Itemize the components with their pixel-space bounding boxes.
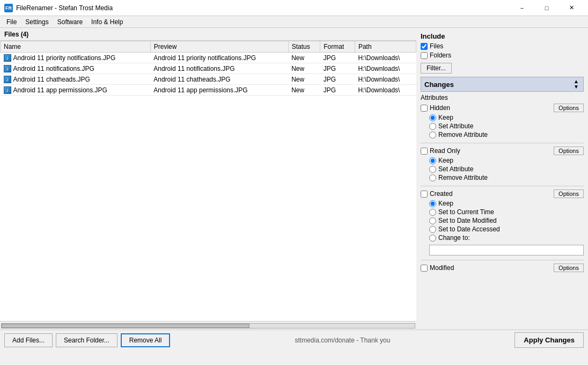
created-date-modified-label: Set to Date Modified [438,217,497,224]
cell-path: H:\Downloads\ [355,53,416,63]
hscroll-track [1,323,415,328]
created-date-modified-radio[interactable] [429,217,436,224]
folders-checkbox[interactable] [421,52,428,59]
menu-info-help[interactable]: Info & Help [87,17,127,27]
readonly-keep-label: Keep [438,157,453,164]
cell-preview: Android 11 notifications.JPG [150,63,288,74]
close-button[interactable]: ✕ [559,0,584,16]
table-row[interactable]: J Android 11 app permissions.JPG Android… [1,85,416,96]
table-row[interactable]: J Android 11 priority notifications.JPG … [1,53,416,63]
cell-name: J Android 11 chatheads.JPG [1,74,151,85]
readonly-keep-radio[interactable] [429,157,436,164]
hidden-options-btn[interactable]: Options [554,104,584,112]
created-date-input[interactable]: 6/16/2020 4:50:17 [429,245,584,256]
files-checkbox[interactable] [421,43,428,50]
menu-file[interactable]: File [2,17,21,27]
horizontal-scrollbar[interactable] [0,321,416,330]
readonly-attr-label: Read Only [421,147,460,155]
readonly-checkbox[interactable] [421,148,428,155]
file-icon: J [4,76,11,83]
changes-header: Changes ▲ ▼ [421,77,584,92]
modified-attr-block: Modified Options [421,264,584,272]
readonly-remove-radio[interactable] [429,174,436,181]
file-icon: J [4,86,11,94]
search-folder-button[interactable]: Search Folder... [56,333,117,347]
created-current-radio[interactable] [429,209,436,216]
created-change-to-radio[interactable] [429,235,436,242]
cell-name: J Android 11 app permissions.JPG [1,85,151,96]
created-date-accessed-row: Set to Date Accessed [429,225,584,233]
cell-preview: Android 11 chatheads.JPG [150,74,288,85]
created-date-accessed-radio[interactable] [429,226,436,233]
menu-software[interactable]: Software [53,17,87,27]
bottom-bar: Add Files... Search Folder... Remove All… [0,330,588,350]
menu-settings[interactable]: Settings [21,17,53,27]
cell-path: H:\Downloads\ [355,85,416,96]
cell-status: New [288,85,320,96]
created-attr-label: Created [421,190,453,198]
file-table[interactable]: Name Preview Status Format Path J Androi… [0,41,416,321]
file-icon: J [4,65,11,72]
cell-status: New [288,74,320,85]
readonly-options-btn[interactable]: Options [554,147,584,155]
remove-all-button[interactable]: Remove All [121,333,171,347]
cell-format: JPG [320,85,355,96]
cell-preview: Android 11 priority notifications.JPG [150,53,288,63]
minimize-button[interactable]: − [510,0,534,16]
files-panel-header: Files (4) [0,28,416,41]
created-current-label: Set to Current Time [438,208,494,216]
created-options-btn[interactable]: Options [554,189,584,198]
readonly-attr-header: Read Only Options [421,147,584,155]
hidden-remove-radio[interactable] [429,132,436,138]
hidden-remove-row: Remove Attribute [429,131,584,138]
created-checkbox[interactable] [421,191,428,198]
title-bar-title: FileRenamer - Stefan Trost Media [16,4,113,12]
hidden-checkbox[interactable] [421,105,428,112]
col-preview: Preview [150,41,288,53]
separator-1 [421,143,584,143]
readonly-set-row: Set Attribute [429,165,584,173]
add-files-button[interactable]: Add Files... [4,333,53,347]
readonly-radio-group: Keep Set Attribute Remove Attribute [421,157,584,181]
readonly-set-radio[interactable] [429,166,436,173]
hidden-attr-header: Hidden Options [421,104,584,112]
modified-options-btn[interactable]: Options [554,264,584,272]
cell-status: New [288,63,320,74]
readonly-remove-label: Remove Attribute [438,174,488,181]
apply-changes-button[interactable]: Apply Changes [514,332,584,348]
hidden-attr-label: Hidden [421,104,450,112]
modified-label: Modified [430,264,454,272]
created-change-to-label: Change to: [438,234,470,242]
readonly-remove-row: Remove Attribute [429,174,584,181]
filter-button[interactable]: Filter... [421,63,452,74]
title-bar: FR FileRenamer - Stefan Trost Media − □ … [0,0,588,16]
files-count: Files (4) [4,31,28,38]
title-bar-left: FR FileRenamer - Stefan Trost Media [4,4,113,12]
title-bar-controls: − □ ✕ [510,0,584,16]
cell-format: JPG [320,63,355,74]
cell-name: J Android 11 priority notifications.JPG [1,53,151,63]
hidden-remove-label: Remove Attribute [438,131,488,138]
cell-format: JPG [320,53,355,63]
cell-path: H:\Downloads\ [355,74,416,85]
right-panel: Include Files Folders Filter... Changes … [416,28,588,330]
hidden-set-radio[interactable] [429,123,436,130]
modified-attr-label: Modified [421,264,454,272]
created-keep-radio[interactable] [429,200,436,207]
table-row[interactable]: J Android 11 chatheads.JPG Android 11 ch… [1,74,416,85]
table-row[interactable]: J Android 11 notifications.JPG Android 1… [1,63,416,74]
modified-checkbox[interactable] [421,265,428,272]
status-text: sttmedia.com/donate - Thank you [295,337,390,344]
maximize-button[interactable]: □ [534,0,559,16]
hidden-keep-radio[interactable] [429,114,436,121]
file-icon: J [4,54,11,62]
changes-down-arrow[interactable]: ▼ [572,84,580,90]
files-panel: Files (4) Name Preview Status Format Pat… [0,28,416,330]
created-label: Created [430,190,453,198]
hidden-keep-label: Keep [438,114,453,121]
hidden-radio-group: Keep Set Attribute Remove Attribute [421,114,584,138]
created-current-row: Set to Current Time [429,208,584,216]
created-date-modified-row: Set to Date Modified [429,217,584,224]
col-status: Status [288,41,320,53]
created-keep-label: Keep [438,200,453,207]
